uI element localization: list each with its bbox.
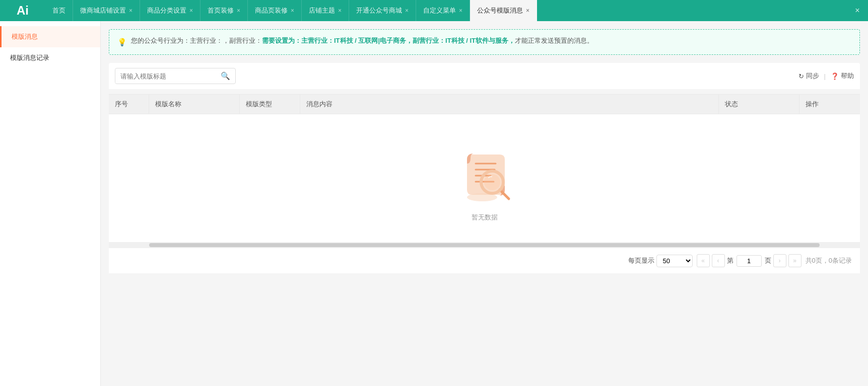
page-size-dropdown[interactable]: 50 10 20 100 xyxy=(656,255,693,267)
last-page-button[interactable]: » xyxy=(788,254,802,267)
page-number-input[interactable] xyxy=(737,255,762,267)
top-nav: Ai 首页微商城店铺设置×商品分类设置×首页装修×商品页装修×店铺主题×开通公众… xyxy=(0,0,868,21)
search-input[interactable] xyxy=(115,69,216,83)
nav-tab-shop-theme[interactable]: 店铺主题× xyxy=(302,0,349,21)
tab-close-product-category[interactable]: × xyxy=(189,7,193,14)
sync-button[interactable]: ↻ 同步 xyxy=(798,71,819,81)
tab-label: 商品分类设置 xyxy=(147,6,186,15)
nav-tab-weshop-settings[interactable]: 微商城店铺设置× xyxy=(73,0,140,21)
tab-close-custom-menu[interactable]: × xyxy=(459,7,462,14)
prev-page-button[interactable]: ‹ xyxy=(712,254,725,267)
tab-close-home-decor[interactable]: × xyxy=(237,7,240,14)
table-header: 序号 模版名称 模版类型 消息内容 状态 操作 xyxy=(109,94,860,114)
table-container: 序号 模版名称 模版类型 消息内容 状态 操作 xyxy=(109,94,860,248)
tab-close-open-wechat-mall[interactable]: × xyxy=(405,7,409,14)
svg-point-7 xyxy=(484,174,500,190)
global-close-button[interactable]: × xyxy=(847,0,868,21)
total-info: 共0页，0条记录 xyxy=(806,256,852,265)
notice-box: 💡 您的公众号行业为：主营行业：，副营行业：需要设置为：主营行业：IT科技 / … xyxy=(109,29,860,55)
sync-icon: ↻ xyxy=(798,72,804,80)
tab-label: 商品页装修 xyxy=(255,6,288,15)
nav-tab-product-category[interactable]: 商品分类设置× xyxy=(140,0,201,21)
tab-label: 微商城店铺设置 xyxy=(80,6,126,15)
notice-text: 您的公众号行业为：主营行业：，副营行业：需要设置为：主营行业：IT科技 / 互联… xyxy=(131,36,593,46)
tab-label: 公众号模版消息 xyxy=(477,6,523,15)
sidebar-item-template-msg-record[interactable]: 模版消息记录 xyxy=(0,47,100,68)
col-template-name: 模版名称 xyxy=(149,95,240,114)
page-prefix: 第 xyxy=(727,256,733,265)
toolbar: 🔍 ↻ 同步 | ❓ 帮助 xyxy=(109,63,860,89)
tab-label: 自定义菜单 xyxy=(423,6,456,15)
nav-tab-open-wechat-mall[interactable]: 开通公众号商城× xyxy=(349,0,416,21)
scrollbar-track[interactable] xyxy=(149,243,820,247)
nav-tabs: 首页微商城店铺设置×商品分类设置×首页装修×商品页装修×店铺主题×开通公众号商城… xyxy=(45,0,847,21)
page-nav: « ‹ 第 页 › » xyxy=(697,254,802,267)
logo: Ai xyxy=(0,0,45,21)
sidebar-item-label: 模版消息记录 xyxy=(10,54,49,61)
tab-close-weshop-settings[interactable]: × xyxy=(129,7,132,14)
empty-icon xyxy=(454,144,515,205)
help-button[interactable]: ❓ 帮助 xyxy=(831,71,854,81)
nav-tab-product-page-decor[interactable]: 商品页装修× xyxy=(248,0,302,21)
page-input-area: 第 页 xyxy=(727,255,771,267)
sidebar-item-template-msg[interactable]: 模版消息 xyxy=(0,26,100,47)
tab-close-product-page-decor[interactable]: × xyxy=(291,7,294,14)
help-icon: ❓ xyxy=(831,72,839,80)
sidebar-item-label: 模版消息 xyxy=(12,33,38,40)
bulb-icon: 💡 xyxy=(117,36,127,48)
nav-tab-home[interactable]: 首页 xyxy=(45,0,73,21)
empty-text: 暂无数据 xyxy=(472,213,498,222)
tab-label: 首页装修 xyxy=(208,6,234,15)
nav-tab-custom-menu[interactable]: 自定义菜单× xyxy=(416,0,470,21)
page-size-select: 每页显示 50 10 20 100 xyxy=(628,255,693,267)
main-layout: 模版消息模版消息记录 💡 您的公众号行业为：主营行业：，副营行业：需要设置为：主… xyxy=(0,21,868,386)
divider: | xyxy=(824,72,826,80)
tab-label: 首页 xyxy=(52,6,65,15)
col-seq: 序号 xyxy=(109,95,149,114)
search-button[interactable]: 🔍 xyxy=(216,68,235,84)
tab-close-shop-theme[interactable]: × xyxy=(338,7,342,14)
empty-state: 暂无数据 xyxy=(109,114,860,242)
search-area: 🔍 xyxy=(115,68,236,84)
tab-label: 开通公众号商城 xyxy=(356,6,402,15)
next-page-button[interactable]: › xyxy=(773,254,786,267)
nav-tab-home-decor[interactable]: 首页装修× xyxy=(201,0,248,21)
nav-tab-template-msg[interactable]: 公众号模版消息× xyxy=(470,0,537,21)
col-status: 状态 xyxy=(719,95,799,114)
tab-close-template-msg[interactable]: × xyxy=(526,7,529,14)
col-action: 操作 xyxy=(799,95,860,114)
toolbar-right: ↻ 同步 | ❓ 帮助 xyxy=(798,71,854,81)
sidebar: 模版消息模版消息记录 xyxy=(0,21,101,386)
col-msg-content: 消息内容 xyxy=(300,95,719,114)
scrollbar-area[interactable] xyxy=(109,242,860,248)
pagination: 每页显示 50 10 20 100 « ‹ 第 页 › » 共0页， xyxy=(109,248,860,273)
page-suffix: 页 xyxy=(765,256,771,265)
first-page-button[interactable]: « xyxy=(697,254,710,267)
tab-label: 店铺主题 xyxy=(309,6,335,15)
col-template-type: 模版类型 xyxy=(240,95,300,114)
page-size-label: 每页显示 xyxy=(628,256,654,265)
content-area: 💡 您的公众号行业为：主营行业：，副营行业：需要设置为：主营行业：IT科技 / … xyxy=(101,21,868,386)
